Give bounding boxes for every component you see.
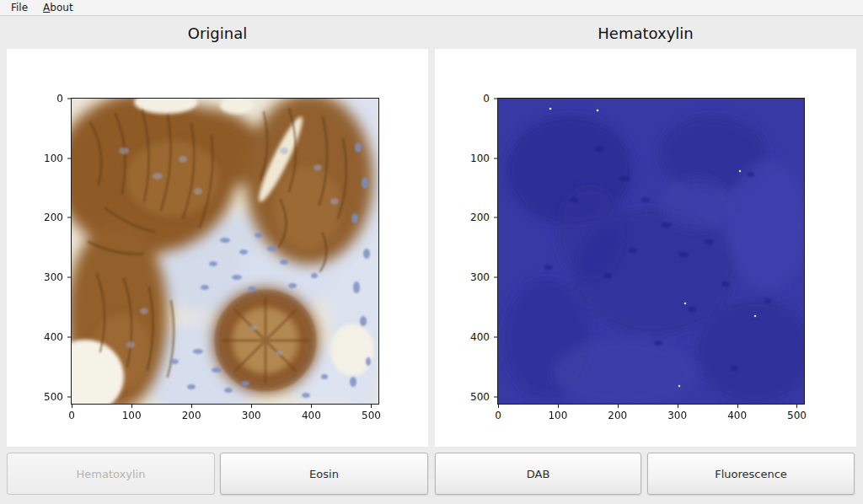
y-tick-label: 200 xyxy=(470,212,490,223)
y-tick-label: 100 xyxy=(44,153,63,164)
x-tick-label: 100 xyxy=(548,410,567,421)
x-tick-label: 300 xyxy=(242,410,261,421)
hematoxylin-channel-image xyxy=(498,99,804,404)
y-tick-label: 500 xyxy=(44,391,63,403)
original-panel: 01002003004005000100200300400500 xyxy=(7,49,428,447)
y-tick-mark xyxy=(67,336,71,337)
panel-title-original: Original xyxy=(7,24,428,42)
y-tick-label: 400 xyxy=(44,331,63,343)
x-tick-mark xyxy=(371,405,372,408)
menu-file[interactable]: File xyxy=(3,1,35,14)
y-tick-mark xyxy=(494,158,497,158)
gland-spokes-layer xyxy=(218,293,313,388)
eosin-button[interactable]: Eosin xyxy=(220,453,428,495)
y-tick-mark xyxy=(67,277,71,278)
dab-button[interactable]: DAB xyxy=(435,453,641,495)
y-tick-label: 300 xyxy=(44,271,63,283)
x-tick-label: 200 xyxy=(608,410,627,421)
y-tick-mark xyxy=(67,99,71,99)
y-tick-label: 100 xyxy=(470,153,490,164)
original-plot: 01002003004005000100200300400500 xyxy=(71,98,379,405)
hematoxylin-plot: 01002003004005000100200300400500 xyxy=(497,98,805,405)
y-tick-mark xyxy=(67,158,71,158)
app-window: File About Original Hematoxylin xyxy=(0,0,863,504)
y-tick-label: 500 xyxy=(470,391,490,403)
menubar: File About xyxy=(0,0,863,16)
y-tick-mark xyxy=(494,277,497,278)
menu-about[interactable]: About xyxy=(35,1,81,14)
y-tick-label: 300 xyxy=(470,271,490,283)
y-tick-mark xyxy=(67,396,71,397)
y-tick-mark xyxy=(494,336,497,337)
y-tick-label: 0 xyxy=(56,93,63,105)
y-tick-mark xyxy=(67,217,71,218)
x-tick-label: 0 xyxy=(495,410,501,421)
x-tick-label: 300 xyxy=(667,410,687,421)
y-tick-mark xyxy=(494,396,497,397)
y-tick-label: 200 xyxy=(44,212,63,223)
x-tick-mark xyxy=(191,405,192,408)
x-tick-mark xyxy=(251,405,252,408)
y-tick-label: 400 xyxy=(470,331,490,343)
y-tick-label: 0 xyxy=(483,93,490,105)
x-tick-mark xyxy=(678,405,678,408)
x-tick-mark xyxy=(498,405,499,408)
y-tick-mark xyxy=(494,217,497,218)
x-tick-label: 500 xyxy=(787,410,807,421)
x-tick-mark xyxy=(558,405,559,408)
x-tick-mark xyxy=(618,405,619,408)
original-micrograph-image xyxy=(72,99,378,404)
x-tick-mark xyxy=(72,405,72,408)
x-tick-label: 200 xyxy=(182,410,201,421)
x-tick-mark xyxy=(737,405,738,408)
x-tick-mark xyxy=(796,405,797,408)
x-tick-label: 400 xyxy=(727,410,747,421)
fluorescence-button[interactable]: Fluorescence xyxy=(647,453,855,495)
x-tick-label: 500 xyxy=(362,410,381,421)
hematoxylin-button[interactable]: Hematoxylin xyxy=(7,453,215,495)
x-tick-label: 100 xyxy=(122,410,142,421)
x-tick-mark xyxy=(131,405,132,408)
y-tick-mark xyxy=(494,99,497,99)
hematoxylin-panel: 01002003004005000100200300400500 xyxy=(435,49,856,447)
panel-title-hematoxylin: Hematoxylin xyxy=(435,24,856,42)
x-tick-label: 400 xyxy=(302,410,321,421)
x-tick-label: 0 xyxy=(68,410,75,421)
x-tick-mark xyxy=(311,405,312,408)
